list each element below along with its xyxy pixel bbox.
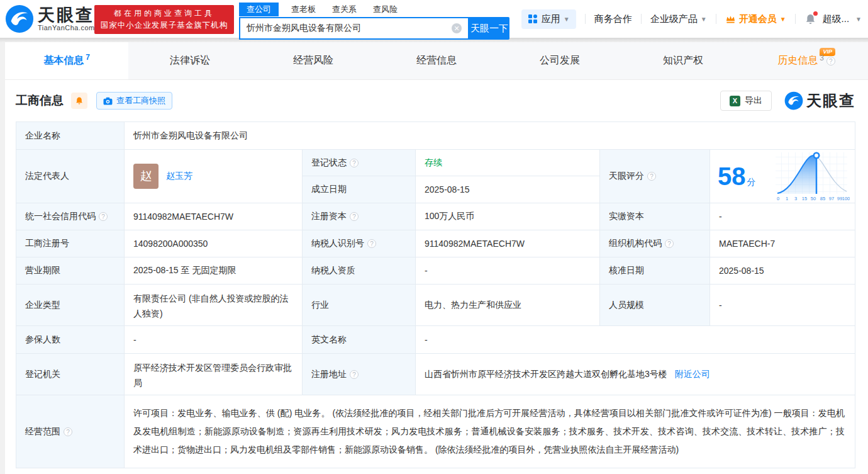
clear-search-icon[interactable]: ✕ (452, 23, 462, 33)
tab-basic-info[interactable]: 基本信息 7 (5, 42, 128, 79)
label-business-scope: 经营范围? (16, 395, 125, 468)
tab-operation-risk[interactable]: 经营风险 (252, 42, 375, 79)
help-icon[interactable]: ? (367, 239, 376, 248)
chevron-down-icon: ▼ (701, 16, 707, 23)
vip-label: 开通会员 (739, 13, 777, 25)
label-registration-number: 工商注册号 (16, 230, 125, 257)
tab-label: 法律诉讼 (170, 54, 210, 67)
tab-history-info[interactable]: VIP 历史信息 3 ? (745, 42, 868, 79)
chevron-down-icon: ▼ (780, 16, 786, 23)
tab-count: 7 (86, 53, 90, 62)
label-company-name: 企业名称 (16, 122, 125, 150)
score-marker-pin (814, 153, 819, 158)
value-paid-capital: - (710, 203, 855, 230)
monitor-bell-button[interactable] (71, 93, 87, 109)
value-approval-date: 2025-08-15 (710, 257, 855, 285)
svg-text:50: 50 (811, 196, 816, 201)
tab-legal-proceedings[interactable]: 法律诉讼 (128, 42, 252, 79)
search-tab-relation[interactable]: 查关系 (332, 3, 357, 16)
search-tab-risk[interactable]: 查风险 (373, 3, 398, 16)
value-taxpayer-quality: - (416, 257, 600, 285)
label-industry: 行业 (303, 285, 416, 326)
label-taxpayer-quality: 纳税人资质 (303, 257, 416, 285)
nearby-companies-link[interactable]: 附近公司 (675, 369, 710, 380)
logo-title: 天眼查 (38, 6, 95, 24)
enterprise-label: 企业级产品 (650, 13, 698, 25)
legal-rep-avatar[interactable]: 赵 (133, 164, 159, 189)
label-legal-representative: 法定代表人 (16, 150, 125, 203)
label-paid-capital: 实缴资本 (600, 203, 710, 230)
tianyancha-logo[interactable]: 天眼查 TianYanCha.com (5, 4, 95, 33)
score-distribution-chart[interactable]: 0 1 3 15 50 85 97 99 100 (774, 150, 850, 203)
help-icon[interactable]: ? (350, 370, 359, 379)
tab-company-development[interactable]: 公司发展 (498, 42, 621, 79)
help-icon[interactable]: ? (64, 427, 72, 436)
search-button[interactable]: 天眼一下 (469, 17, 509, 40)
value-company-name: 忻州市金朔风电设备有限公司 (125, 122, 855, 150)
label-credit-code: 统一社会信用代码? (16, 203, 125, 230)
value-business-term: 2025-08-15 至 无固定期限 (125, 257, 303, 285)
enterprise-products-menu[interactable]: 企业级产品 ▼ (650, 13, 707, 25)
logo-domain: TianYanCha.com (38, 24, 95, 31)
tab-operation-info[interactable]: 经营信息 (375, 42, 498, 79)
value-establish-date: 2025-08-15 (416, 176, 600, 203)
help-icon[interactable]: ? (99, 212, 108, 221)
account-label: 超级... (823, 13, 850, 25)
value-legal-representative: 赵 赵玉芳 (125, 150, 303, 203)
divider (716, 14, 716, 24)
svg-text:0: 0 (777, 196, 779, 201)
company-nav-tabs: 基本信息 7 法律诉讼 经营风险 经营信息 公司发展 知识产权 VIP 历史信息… (0, 42, 868, 80)
search-tabs: 查公司 查老板 查关系 查风险 (239, 2, 509, 16)
notifications-bell[interactable] (804, 13, 816, 25)
tianyancha-swirl-icon (5, 4, 34, 33)
label-registered-capital: 注册资本? (303, 203, 416, 230)
label-registration-authority: 登记机关 (16, 354, 125, 395)
help-icon[interactable]: ? (350, 159, 359, 167)
label-english-name: 英文名称 (303, 326, 416, 354)
help-icon[interactable]: ? (647, 172, 656, 181)
notification-dot (813, 11, 818, 16)
score-unit: 分 (747, 177, 756, 187)
search-box: ✕ (239, 17, 469, 40)
camera-icon (103, 97, 113, 105)
value-registered-address: 山西省忻州市原平经济技术开发区跨越大道双创孵化基地3号楼 附近公司 (416, 354, 855, 395)
search-input[interactable] (240, 23, 452, 33)
business-cooperation-link[interactable]: 商务合作 (594, 13, 632, 25)
tab-label: 知识产权 (663, 54, 703, 67)
label-insured-count: 参保人数 (16, 326, 125, 354)
value-staff-size: - (710, 285, 855, 326)
chevron-down-icon: ▼ (855, 16, 862, 23)
value-insured-count: - (125, 326, 303, 354)
label-org-code: 组织机构代码? (600, 230, 710, 257)
search-tab-boss[interactable]: 查老板 (291, 3, 316, 16)
apps-menu[interactable]: 应用 ▼ (521, 9, 576, 29)
help-icon[interactable]: ? (665, 239, 674, 248)
snapshot-button[interactable]: 查看工商快照 (96, 92, 172, 110)
crown-icon (725, 14, 736, 25)
search-tab-company[interactable]: 查公司 (239, 3, 279, 16)
tab-intellectual-property[interactable]: 知识产权 (621, 42, 745, 79)
legal-rep-name-link[interactable]: 赵玉芳 (166, 171, 192, 182)
value-registration-number: 14098200A000350 (125, 230, 303, 257)
value-org-code: MAETAECH-7 (710, 230, 855, 257)
tab-label: 基本信息 (43, 54, 84, 67)
label-company-type: 企业类型 (16, 285, 125, 326)
open-vip-menu[interactable]: 开通会员 ▼ (725, 13, 786, 25)
page-background-strip (0, 42, 5, 474)
business-info-table: 企业名称 忻州市金朔风电设备有限公司 法定代表人 赵 赵玉芳 登记状态? 存续 … (16, 121, 855, 468)
help-icon[interactable]: ? (350, 212, 359, 221)
label-registration-status: 登记状态? (303, 150, 416, 176)
promo-banner: 都在用的商业查询工具 国家中小企业发展子基金旗下机构 (94, 5, 234, 34)
export-label: 导出 (745, 95, 762, 106)
search-block: 查公司 查老板 查关系 查风险 ✕ 天眼一下 (239, 2, 509, 40)
watermark-logo: 天眼查 (784, 91, 855, 111)
value-registered-capital: 100万人民币 (416, 203, 600, 230)
chevron-down-icon: ▼ (564, 16, 570, 23)
tab-count: 3 (820, 54, 824, 62)
value-credit-code: 91140982MAETAECH7W (125, 203, 303, 230)
export-button[interactable]: X 导出 (720, 91, 772, 111)
account-menu[interactable]: 超级... ▼ (823, 13, 862, 25)
score-axis-ticks: 0 1 3 15 50 85 97 99 100 (777, 196, 850, 201)
help-icon[interactable]: ? (826, 57, 835, 65)
divider (585, 14, 586, 24)
